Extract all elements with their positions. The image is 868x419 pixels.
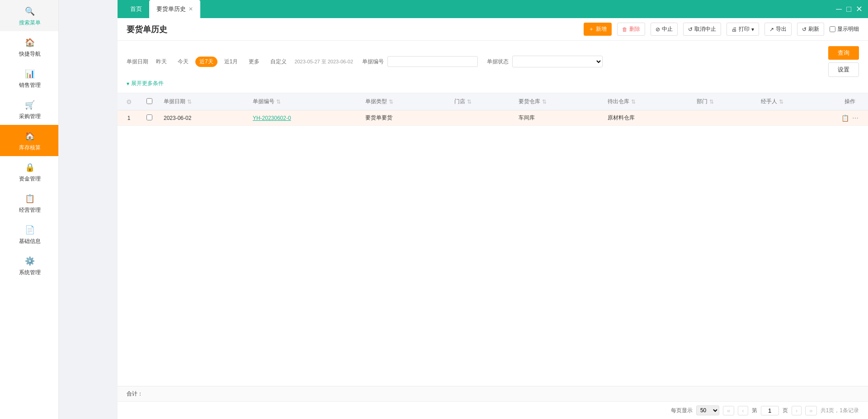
page-suffix: 页	[783, 407, 788, 414]
sort-date-icon[interactable]: ⇅	[187, 99, 192, 105]
export-icon: ↗	[769, 26, 774, 33]
add-button[interactable]: ＋ 新增	[584, 23, 612, 36]
basic-icon: 📄	[25, 225, 35, 235]
display-cell-checkbox[interactable]	[830, 26, 835, 32]
main-content: 要货单历史 ＋ 新增 🗑 删除 ⊘ 中止 ↺	[118, 18, 868, 419]
sort-billno-icon[interactable]: ⇅	[276, 99, 281, 105]
delete-button[interactable]: 🗑 删除	[617, 23, 645, 36]
table-settings-icon[interactable]: ⚙	[126, 98, 132, 105]
sidebar-item-sales[interactable]: 📊 销售管理	[0, 62, 58, 94]
row-store	[449, 110, 513, 126]
row-ops: 📋 ⋯	[832, 110, 868, 126]
sidebar-item-finance[interactable]: 🔒 资金管理	[0, 156, 58, 187]
last-page-button[interactable]: »	[805, 406, 816, 415]
page-header: 要货单历史 ＋ 新增 🗑 删除 ⊘ 中止 ↺	[118, 18, 868, 41]
home-icon: 🏠	[25, 38, 35, 48]
table-container: ⚙ 单据日期 ⇅	[118, 93, 868, 386]
date-btn-7days[interactable]: 近7天	[195, 57, 217, 67]
sort-store-icon[interactable]: ⇅	[467, 99, 472, 105]
th-billtype-label: 单据类型	[365, 98, 387, 105]
export-button[interactable]: ↗ 导出	[764, 23, 792, 36]
expand-more[interactable]: ▾ 展开更多条件	[127, 80, 859, 87]
date-filter-buttons: 昨天 今天 近7天 近1月 更多 自定义	[152, 57, 291, 67]
sidebar-item-inventory[interactable]: 🏠 库存核算	[0, 125, 58, 156]
print-button[interactable]: 🖨 打印 ▾	[726, 23, 759, 36]
query-button[interactable]: 查询	[828, 46, 859, 60]
sidebar-item-label: 销售管理	[19, 81, 41, 89]
sidebar-item-label: 采购管理	[19, 113, 41, 120]
display-cell-button[interactable]: 显示明细	[830, 25, 859, 33]
th-checkbox	[140, 93, 158, 110]
date-btn-yesterday[interactable]: 昨天	[152, 57, 171, 67]
row-view-icon[interactable]: 📋	[841, 114, 849, 122]
operations-icon: 📋	[25, 194, 35, 204]
delete-icon: 🗑	[622, 26, 627, 33]
row-date: 2023-06-02	[158, 110, 247, 126]
row-req-warehouse: 车间库	[513, 110, 602, 126]
sort-dept-icon[interactable]: ⇅	[709, 99, 714, 105]
refresh-button[interactable]: ↺ 刷新	[797, 23, 824, 36]
sidebar-item-label: 快捷导航	[19, 50, 41, 58]
sort-billtype-icon[interactable]: ⇅	[389, 99, 393, 105]
th-ops: 操作	[832, 93, 868, 110]
next-page-button[interactable]: ›	[792, 406, 802, 415]
pagination-bar: 每页显示 50 20 100 « ‹ 第 页 › » 共1页，1条记录	[118, 401, 868, 419]
sidebar-item-label: 库存核算	[19, 144, 41, 152]
sidebar-item-operations[interactable]: 📋 经营管理	[0, 187, 58, 219]
tab-close-icon[interactable]: ✕	[189, 6, 193, 12]
sidebar-item-purchase[interactable]: 🛒 采购管理	[0, 94, 58, 125]
minimize-icon[interactable]: ─	[836, 5, 842, 14]
prev-page-button[interactable]: ‹	[738, 406, 748, 415]
tab-yaohuodan[interactable]: 要货单历史 ✕	[149, 0, 200, 18]
billno-filter-item: 单据编号	[362, 56, 478, 67]
print-label: 打印	[739, 25, 750, 33]
search-icon: 🔍	[25, 6, 35, 16]
table-header-row: ⚙ 单据日期 ⇅	[118, 93, 868, 110]
th-settings: ⚙	[118, 93, 140, 110]
first-page-button[interactable]: «	[723, 406, 734, 415]
maximize-icon[interactable]: □	[846, 5, 851, 14]
cancel-stop-button[interactable]: ↺ 取消中止	[683, 23, 721, 36]
date-btn-1month[interactable]: 近1月	[220, 57, 242, 67]
th-handler: 经手人 ⇅	[755, 93, 832, 110]
settings-button[interactable]: 设置	[828, 62, 859, 77]
date-btn-custom[interactable]: 自定义	[266, 57, 291, 67]
tab-home[interactable]: 首页	[123, 0, 149, 18]
print-icon: 🖨	[731, 26, 737, 33]
status-filter-item: 单据状态	[487, 56, 603, 67]
sidebar-item-quicknav[interactable]: 🏠 快捷导航	[0, 31, 58, 62]
refresh-icon: ↺	[802, 26, 807, 33]
date-filter-item: 单据日期 昨天 今天 近7天 近1月 更多 自定义 2023-05-27 至 2…	[127, 57, 353, 67]
filter-right: 查询 设置	[828, 46, 859, 77]
sort-await-warehouse-icon[interactable]: ⇅	[631, 99, 636, 105]
close-icon[interactable]: ✕	[856, 4, 863, 14]
window-actions: ─ □ ✕	[836, 4, 863, 14]
page-size-select[interactable]: 50 20 100	[696, 405, 719, 415]
select-all-checkbox[interactable]	[146, 98, 152, 104]
sidebar-item-basic[interactable]: 📄 基础信息	[0, 219, 58, 250]
row-select-checkbox[interactable]	[146, 114, 152, 120]
sort-handler-icon[interactable]: ⇅	[779, 99, 783, 105]
sidebar: 🔍 搜索菜单 🏠 快捷导航 📊 销售管理 🛒 采购管理 🏠 库存核算 🔒 资金管…	[0, 0, 59, 419]
status-select[interactable]	[512, 56, 603, 67]
th-await-warehouse-label: 待出仓库	[608, 98, 629, 105]
date-btn-today[interactable]: 今天	[174, 57, 193, 67]
stop-button[interactable]: ⊘ 中止	[651, 23, 678, 36]
delete-label: 删除	[629, 25, 640, 33]
billno-input[interactable]	[387, 56, 478, 67]
sidebar-item-search[interactable]: 🔍 搜索菜单	[0, 0, 58, 31]
row-billno-link[interactable]: YH-20230602-0	[253, 115, 291, 121]
filter-actions: 查询 设置	[828, 46, 859, 77]
top-bar: 首页 要货单历史 ✕ ─ □ ✕	[118, 0, 868, 18]
row-more-icon[interactable]: ⋯	[852, 114, 859, 122]
export-label: 导出	[776, 25, 787, 33]
sort-req-warehouse-icon[interactable]: ⇅	[542, 99, 547, 105]
page-label: 第	[752, 407, 757, 414]
page-input[interactable]	[761, 406, 779, 415]
date-btn-more[interactable]: 更多	[245, 57, 264, 67]
table-row: 1 2023-06-02 YH-20230602-0	[118, 110, 868, 126]
system-icon: ⚙️	[25, 256, 35, 266]
refresh-label: 刷新	[808, 25, 819, 33]
inventory-icon: 🏠	[25, 131, 35, 141]
sidebar-item-system[interactable]: ⚙️ 系统管理	[0, 250, 58, 281]
